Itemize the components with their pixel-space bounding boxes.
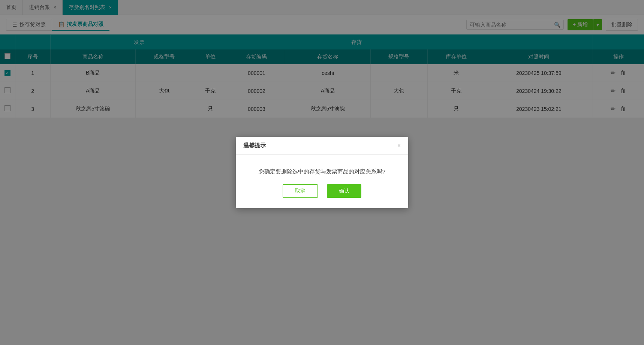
cancel-button[interactable]: 取消 xyxy=(283,184,318,198)
confirm-button[interactable]: 确认 xyxy=(327,184,361,198)
dialog-message: 您确定要删除选中的存货与发票商品的对应关系吗? xyxy=(259,168,385,175)
modal-overlay: 温馨提示 × 您确定要删除选中的存货与发票商品的对应关系吗? 取消 确认 xyxy=(0,0,644,345)
confirm-dialog: 温馨提示 × 您确定要删除选中的存货与发票商品的对应关系吗? 取消 确认 xyxy=(236,137,408,208)
dialog-footer: 取消 确认 xyxy=(236,184,408,208)
dialog-body: 您确定要删除选中的存货与发票商品的对应关系吗? xyxy=(236,155,408,184)
dialog-close-btn[interactable]: × xyxy=(397,143,401,149)
dialog-title: 温馨提示 xyxy=(243,142,266,149)
dialog-header: 温馨提示 × xyxy=(236,137,408,155)
